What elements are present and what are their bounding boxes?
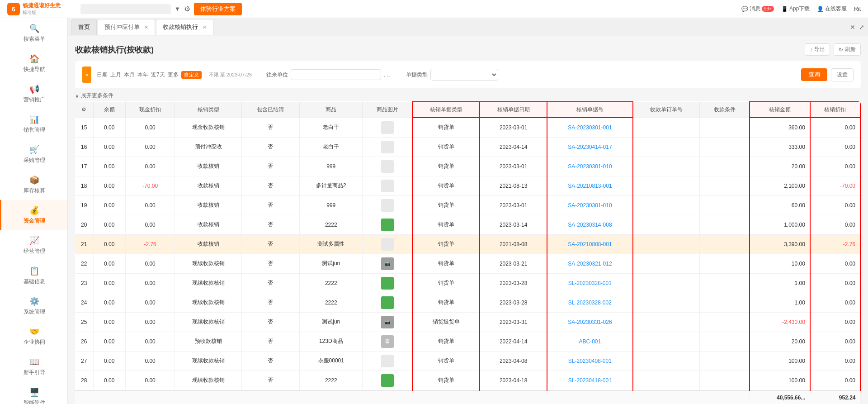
tab-verify-close[interactable]: ✕ [203,24,207,30]
settings-button[interactable]: 设置 [831,68,854,81]
app-download[interactable]: 📱 App下载 [781,5,810,13]
expand-conditions-button[interactable]: ∨ 展开更多条件 [75,92,113,100]
cell-verify-bill-type: 销货单 [412,371,480,390]
cell-verify-bill-no[interactable]: SA-20230331-026 [547,312,632,332]
cell-verify-bill-no[interactable]: SL-20230328-002 [547,293,632,312]
cell-verify-amount: 100.00 [750,351,810,371]
cell-cash-discount: 0.00 [125,137,175,157]
cell-verify-amount: 100.00 [750,371,810,390]
cell-verify-bill-no[interactable]: SA-20210808-001 [547,234,632,254]
cell-id: 26 [75,332,93,351]
sidebar-item-inventory[interactable]: 📦 库存核算 [0,170,67,200]
refresh-icon: ↻ [839,47,843,53]
cell-verify-discount: 0.00 [810,137,860,157]
bill-type-label: 单据类型 [406,71,428,79]
user-label[interactable]: Rit [854,6,861,12]
cell-verify-bill-no[interactable]: SA-20230301-001 [547,118,632,137]
cell-receipt-condition [700,254,750,273]
col-included-settled-header: 包含已结清 [241,102,299,118]
date-this-month[interactable]: 本月 [124,71,135,79]
sidebar-item-basic[interactable]: 📋 基础信息 [0,261,67,291]
cell-receipt-condition [700,157,750,176]
cell-verify-bill-no[interactable]: SA-20230414-017 [547,137,632,157]
table-row: 20 0.00 0.00 收款核销 否 2222 销货单 2023-03-14 … [75,215,860,234]
cell-included-settled: 否 [241,195,299,215]
unit-input[interactable] [291,69,381,80]
date-this-year[interactable]: 本年 [137,71,148,79]
col-goods-img-header: 商品图片 [363,102,412,118]
cell-included-settled: 否 [241,157,299,176]
online-service[interactable]: 👤 在线客服 [817,5,847,13]
cell-verify-type: 现续收款核销 [175,273,241,293]
sidebar-item-quicknav[interactable]: 🏠 快捷导航 [0,48,67,79]
cell-included-settled: 否 [241,351,299,371]
tab-expand-btn[interactable]: ⤢ [859,24,864,31]
tab-home[interactable]: 首页 [71,19,97,35]
cell-id: 15 [75,118,93,137]
table-header-row: ⚙ 余额 现金折扣 核销类型 包含已结清 商品 商品图片 核销单据类型 核销单据… [75,102,860,118]
cell-verify-type: 收款核销 [175,215,241,234]
export-button[interactable]: ↑ 导出 [805,43,830,56]
sidebar-item-guide[interactable]: 📖 新手引导 [0,352,67,382]
refresh-button[interactable]: ↻ 刷新 [834,43,861,56]
cell-verify-bill-no[interactable]: SA-20210813-001 [547,176,632,195]
cell-verify-bill-no[interactable]: SA-20230301-010 [547,157,632,176]
sidebar-item-purchase[interactable]: 🛒 采购管理 [0,139,67,170]
table-row: 22 0.00 0.00 现续收款核销 否 测试jun 📷 销货单 2023-0… [75,254,860,273]
tab-prepay-close[interactable]: ✕ [144,24,148,30]
cell-verify-bill-no[interactable]: SL-20230408-001 [547,351,632,371]
cell-verify-bill-no[interactable]: SA-20230314-008 [547,215,632,234]
cell-cash-discount: 0.00 [125,273,175,293]
search-button[interactable]: 查询 [801,68,827,81]
filter-unit-section: 往来单位 ... [266,69,392,80]
cell-verify-type: 现续收款核销 [175,371,241,390]
cell-verify-type: 预收款核销 [175,332,241,351]
cell-id: 22 [75,254,93,273]
tab-close-btn[interactable]: ✕ [850,24,855,31]
search-input[interactable] [80,4,171,14]
table-row: 18 0.00 -70.00 收款核销 否 多计量商品2 销货单 2021-08… [75,176,860,195]
date-more[interactable]: 更多 [168,71,179,79]
toggle-button[interactable]: » [82,67,91,83]
gear-icon[interactable]: ⚙ [184,5,190,13]
cell-verify-bill-date: 2023-04-18 [480,371,547,390]
cell-verify-discount: 0.00 [810,351,860,371]
col-balance-header: 余额 [93,102,125,118]
sidebar-item-system[interactable]: ⚙️ 系统管理 [0,291,67,321]
cell-receipt-order-no [633,293,700,312]
cell-included-settled: 否 [241,371,299,390]
cell-verify-type: 预付冲应收 [175,137,241,157]
dropdown-icon[interactable]: ▼ [175,5,180,12]
cell-receipt-condition [700,351,750,371]
sidebar-item-marketing[interactable]: 📢 营销推广 [0,79,67,109]
cell-verify-bill-no[interactable]: ABC-001 [547,332,632,351]
cell-goods: 衣服00001 [300,351,363,371]
tab-prepay[interactable]: 预付冲应付单 ✕ [98,19,155,35]
date-last-month[interactable]: 上月 [110,71,121,79]
date-custom[interactable]: 自定义 [181,71,202,79]
cell-goods: 2222 [300,293,363,312]
cell-verify-bill-no[interactable]: SL-20230328-001 [547,273,632,293]
sidebar-item-hardware[interactable]: 🖥️ 智能硬件 [0,382,67,404]
sidebar-item-cooperation[interactable]: 🤝 企业协同 [0,321,67,352]
col-settings-header[interactable]: ⚙ [75,102,93,118]
sidebar-item-operations[interactable]: 📈 经营管理 [0,230,67,261]
cell-verify-bill-no[interactable]: SL-20230418-001 [547,371,632,390]
cell-verify-bill-type: 销货单 [412,137,480,157]
sidebar-label-sales: 销售管理 [24,126,45,134]
sidebar-item-search[interactable]: 🔍 搜索菜单 [0,18,67,48]
cell-verify-bill-no[interactable]: SA-20230321-012 [547,254,632,273]
tab-bar: 首页 预付冲应付单 ✕ 收款核销执行 ✕ ✕ ⤢ [68,18,868,36]
table-row: 15 0.00 0.00 现金收款核销 否 老白干 销货单 2023-03-01… [75,118,860,137]
messages-area[interactable]: 💬 消息 99+ [741,5,774,13]
date-7days[interactable]: 近7天 [151,71,165,79]
cell-verify-discount: 0.00 [810,371,860,390]
cell-receipt-condition [700,215,750,234]
cell-verify-bill-no[interactable]: SA-20230301-010 [547,195,632,215]
bill-type-select[interactable] [430,69,498,81]
sidebar-item-sales[interactable]: 📊 销售管理 [0,109,67,139]
tab-verify[interactable]: 收款核销执行 ✕ [156,19,213,35]
trial-button[interactable]: 体验行业方案 [194,3,242,15]
cell-verify-discount: 0.00 [810,195,860,215]
sidebar-item-finance[interactable]: 💰 资金管理 [0,200,67,230]
